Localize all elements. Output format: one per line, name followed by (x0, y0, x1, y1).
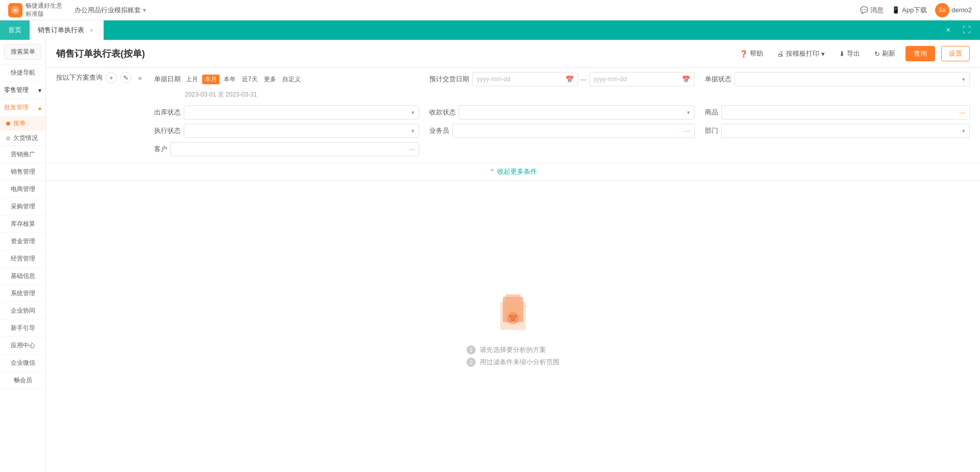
sidebar-item-inventory[interactable]: 库存核算 (0, 216, 45, 233)
customer-control: ··· (170, 142, 419, 156)
sidebar-item-member[interactable]: 畅会员 (0, 372, 45, 389)
tab-close-icon[interactable]: × (87, 26, 95, 34)
salesperson-select[interactable]: ··· (452, 124, 694, 138)
sidebar-item-system[interactable]: 系统管理 (0, 285, 45, 302)
page-header-top: 销售订单执行表(按单) ❓ 帮助 🖨 按模板打印 ▾ ⬇ 导出 (56, 46, 970, 61)
date-7days[interactable]: 近7天 (240, 74, 260, 85)
dept-field: 部门 ▾ (705, 124, 970, 138)
exec-status-field: 执行状态 ▾ (154, 124, 419, 138)
date-field: 单据日期 上月 本月 本年 近7天 更多 自定义 (154, 74, 419, 85)
salesperson-control: ··· (452, 124, 694, 138)
sidebar-item-wechat[interactable]: 企业微信 (0, 355, 45, 372)
tab-home[interactable]: 首页 (0, 20, 30, 40)
empty-tip-2: 2 用过滤条件来缩小分析范围 (467, 358, 559, 367)
date-separator: — (580, 76, 587, 83)
date-custom[interactable]: 自定义 (280, 74, 303, 85)
sidebar-item-basic-info[interactable]: 基础信息 (0, 268, 45, 285)
payment-status-dropdown-icon: ▾ (687, 109, 690, 116)
svg-point-5 (509, 315, 511, 317)
sidebar-item-wholesale[interactable]: 批发管理 ▴ (0, 99, 45, 116)
customer-select[interactable]: ··· (170, 142, 419, 156)
content-area: 销售订单执行表(按单) ❓ 帮助 🖨 按模板打印 ▾ ⬇ 导出 (46, 40, 980, 472)
sidebar-item-purchase[interactable]: 采购管理 (0, 198, 45, 216)
calendar-icon-end: 📅 (682, 76, 690, 83)
sidebar-item-guide[interactable]: 新手引导 (0, 320, 45, 337)
inactive-dot-icon (6, 136, 10, 140)
download-icon: 📱 (892, 6, 900, 14)
filter-block: 按以下方案查询 + ✎ « 单据日期 上月 (46, 68, 980, 181)
tab-sales-order[interactable]: 销售订单执行表 × (30, 20, 104, 40)
exec-status-select[interactable]: ▾ (184, 124, 419, 138)
customer-field: 客户 ··· (154, 142, 419, 156)
export-button[interactable]: ⬇ 导出 (835, 47, 864, 60)
edit-scheme-button[interactable]: ✎ (120, 72, 131, 83)
breadcrumb-dropdown-icon[interactable]: ▾ (143, 7, 146, 14)
minimize-button[interactable]: × (941, 23, 955, 37)
tip-number-2: 2 (467, 358, 476, 367)
expected-date-end[interactable]: yyyy-mm-dd 📅 (589, 72, 695, 86)
sidebar-item-quick-nav[interactable]: 快捷导航 (0, 64, 45, 82)
delivery-status-label: 出库状态 (154, 108, 181, 117)
search-menu-button[interactable]: 搜索菜单 (4, 44, 41, 60)
filter-scheme-header: 按以下方案查询 + ✎ « (56, 72, 148, 83)
avatar: Ea (935, 3, 949, 17)
top-header: 畅捷通好生意 标准版 办公用品行业模拟账套 ▾ 💬 消息 📱 App下载 Ea … (0, 0, 980, 20)
sidebar-section-wholesale: 批发管理 ▴ 按单 欠货情况 (0, 99, 45, 146)
sidebar-item-sales[interactable]: 销售管理 (0, 163, 45, 181)
order-status-select[interactable]: ▾ (734, 72, 970, 86)
delivery-status-control: ▾ (184, 105, 419, 120)
empty-tip-1: 1 请先选择要分析的方案 (467, 345, 559, 355)
retail-dropdown-icon: ▾ (38, 87, 41, 94)
date-range-display: 2023-03-01 至 2023-03-31 (185, 90, 970, 101)
empty-state: 1 请先选择要分析的方案 2 用过滤条件来缩小分析范围 (46, 181, 980, 472)
salesperson-more-icon: ··· (684, 127, 690, 135)
dept-select[interactable]: ▾ (721, 124, 970, 138)
app-download-button[interactable]: 📱 App下载 (892, 6, 927, 15)
date-more[interactable]: 更多 (262, 74, 278, 85)
search-button[interactable]: 查询 (905, 46, 935, 61)
message-button[interactable]: 💬 消息 (860, 6, 884, 15)
page-title: 销售订单执行表(按单) (56, 48, 145, 60)
print-dropdown-icon: ▾ (821, 50, 825, 58)
filter-scheme-section: 按以下方案查询 + ✎ « (56, 72, 148, 83)
print-button[interactable]: 🖨 按模板打印 ▾ (773, 47, 829, 60)
sidebar-sub-item-shortage[interactable]: 欠货情况 (0, 131, 45, 146)
maximize-button[interactable]: ⛶ (960, 23, 974, 37)
sidebar: 搜索菜单 快捷导航 零售管理 ▾ 批发管理 ▴ 按单 欠货情况 营 (0, 40, 46, 472)
exec-status-dropdown-icon: ▾ (411, 128, 414, 134)
date-this-year[interactable]: 本年 (222, 74, 238, 85)
collapse-scheme-button[interactable]: « (134, 72, 145, 83)
filter-top-row: 按以下方案查询 + ✎ « 单据日期 上月 (46, 68, 980, 160)
refresh-button[interactable]: ↻ 刷新 (870, 47, 899, 60)
expected-date-start[interactable]: yyyy-mm-dd 📅 (472, 72, 578, 86)
wholesale-dropdown-icon: ▴ (38, 104, 41, 111)
sidebar-item-app-center[interactable]: 应用中心 (0, 337, 45, 355)
collapse-more-button[interactable]: ⌃ 收起更多条件 (46, 162, 980, 180)
message-icon: 💬 (860, 6, 868, 14)
payment-status-select[interactable]: ▾ (459, 105, 694, 120)
sidebar-item-finance[interactable]: 资金管理 (0, 233, 45, 250)
expected-date-label: 预计交货日期 (429, 75, 469, 84)
date-last-month[interactable]: 上月 (184, 74, 200, 85)
header-left: 畅捷通好生意 标准版 办公用品行业模拟账套 ▾ (8, 2, 146, 18)
date-this-month[interactable]: 本月 (202, 75, 219, 84)
nav-tabs-right: × ⛶ (941, 23, 980, 37)
settings-button[interactable]: 设置 (941, 46, 970, 61)
sidebar-item-retail[interactable]: 零售管理 ▾ (0, 82, 45, 99)
help-button[interactable]: ❓ 帮助 (736, 47, 767, 60)
sidebar-item-ecommerce[interactable]: 电商管理 (0, 181, 45, 198)
sidebar-item-enterprise[interactable]: 企业协同 (0, 302, 45, 320)
delivery-status-select[interactable]: ▾ (184, 105, 419, 120)
sidebar-item-operation[interactable]: 经营管理 (0, 250, 45, 268)
add-scheme-button[interactable]: + (106, 72, 117, 83)
sidebar-sub-item-order[interactable]: 按单 (0, 116, 45, 131)
payment-status-control: ▾ (459, 105, 694, 120)
product-select[interactable]: ··· (721, 105, 970, 120)
payment-status-field: 收款状态 ▾ (429, 105, 694, 120)
dept-dropdown-icon: ▾ (962, 128, 965, 134)
sidebar-item-marketing[interactable]: 营销推广 (0, 146, 45, 163)
order-status-label: 单据状态 (705, 75, 731, 84)
order-status-control: ▾ (734, 72, 970, 86)
page-header: 销售订单执行表(按单) ❓ 帮助 🖨 按模板打印 ▾ ⬇ 导出 (46, 40, 980, 68)
user-profile[interactable]: Ea demo2 (935, 3, 972, 17)
